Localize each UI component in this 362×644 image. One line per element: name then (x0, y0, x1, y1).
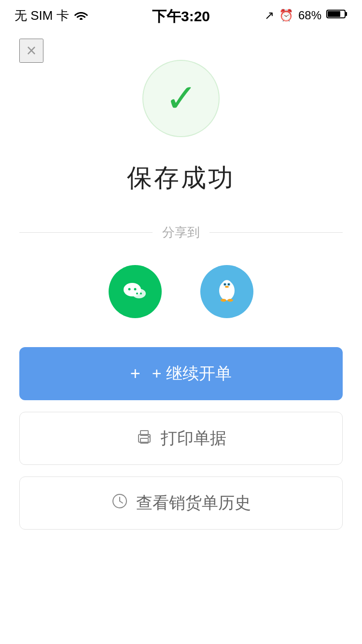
status-bar: 无 SIM 卡 下午3:20 ↗ ⏰ 68% (0, 0, 362, 31)
close-button[interactable]: × (19, 39, 43, 63)
alarm-icon: ⏰ (279, 9, 293, 22)
svg-point-7 (136, 293, 138, 294)
share-icons-row (19, 265, 343, 318)
main-content: ✓ 保存成功 分享到 (0, 31, 362, 530)
location-icon: ↗ (265, 9, 274, 22)
svg-point-5 (128, 288, 131, 291)
clock-icon (111, 492, 128, 514)
no-sim-label: 无 SIM 卡 (14, 7, 69, 24)
svg-rect-2 (346, 12, 347, 16)
svg-rect-1 (328, 11, 340, 17)
divider-line-right (209, 232, 343, 233)
share-section: 分享到 (0, 224, 362, 318)
checkmark-icon: ✓ (165, 79, 197, 118)
wifi-icon (74, 8, 88, 23)
status-right: ↗ ⏰ 68% (265, 9, 348, 22)
continue-label: + 继续开单 (152, 363, 232, 385)
status-left: 无 SIM 卡 (14, 7, 88, 24)
print-label: 打印单据 (161, 427, 226, 449)
history-button[interactable]: 查看销货单历史 (19, 476, 343, 530)
close-icon: × (26, 42, 36, 59)
svg-point-6 (134, 288, 137, 291)
success-title: 保存成功 (127, 161, 235, 195)
svg-point-13 (224, 284, 226, 285)
svg-point-10 (222, 280, 232, 290)
printer-icon (136, 428, 153, 449)
svg-point-4 (132, 289, 146, 298)
continue-button[interactable]: + + 继续开单 (19, 347, 343, 400)
svg-point-21 (148, 436, 150, 438)
battery-icon (326, 9, 348, 22)
status-time: 下午3:20 (152, 7, 210, 27)
wechat-share-button[interactable] (109, 265, 162, 318)
divider-line-left (19, 232, 153, 233)
plus-icon: + (130, 364, 140, 384)
svg-point-8 (140, 293, 142, 294)
svg-point-17 (227, 299, 233, 302)
svg-line-24 (120, 501, 123, 503)
success-circle: ✓ (142, 60, 220, 137)
svg-point-15 (225, 286, 229, 288)
history-label: 查看销货单历史 (136, 492, 251, 514)
share-label: 分享到 (162, 224, 200, 241)
svg-point-16 (221, 299, 226, 302)
wechat-icon (120, 276, 151, 307)
share-divider: 分享到 (19, 224, 343, 241)
svg-point-14 (228, 284, 230, 285)
print-button[interactable]: 打印单据 (19, 412, 343, 465)
action-buttons: + + 继续开单 打印单据 (0, 347, 362, 530)
battery-label: 68% (298, 9, 321, 22)
qq-share-button[interactable] (200, 265, 253, 318)
qq-icon (211, 276, 242, 307)
